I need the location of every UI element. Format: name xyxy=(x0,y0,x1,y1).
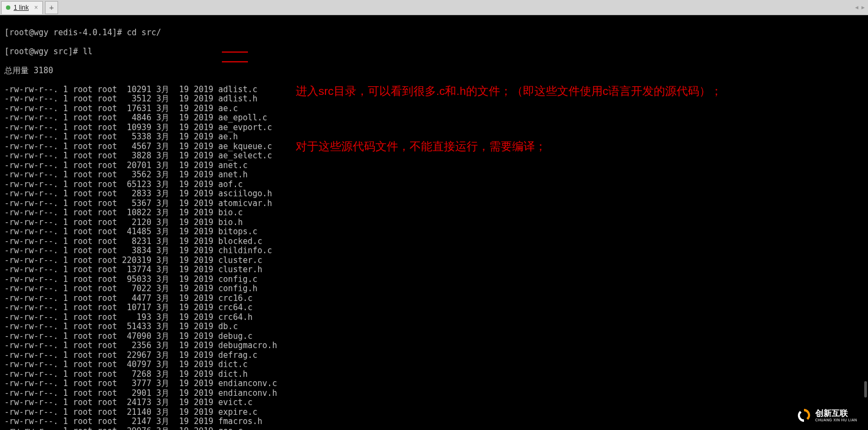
prompt-line: [root@wgy redis-4.0.14]# cd src/ xyxy=(4,28,864,38)
watermark-text: 创新互联 CHUANG XIN HU LIAN xyxy=(815,409,857,422)
list-item: -rw-rw-r--. 1 root root 40797 3月 19 2019… xyxy=(4,360,864,370)
nav-right-icon[interactable]: ► xyxy=(860,4,866,10)
tab-bar: 1 link × + ◄ ► xyxy=(0,0,868,15)
tab-title: 1 link xyxy=(14,4,29,11)
terminal-output[interactable]: [root@wgy redis-4.0.14]# cd src/ [root@w… xyxy=(0,15,868,430)
annotation-line: 对于这些源代码文件，不能直接运行，需要编译； xyxy=(296,137,722,156)
list-item: -rw-rw-r--. 1 root root 5367 3月 19 2019 … xyxy=(4,199,864,209)
list-item: -rw-rw-r--. 1 root root 2356 3月 19 2019 … xyxy=(4,341,864,351)
nav-left-icon[interactable]: ◄ xyxy=(854,4,859,10)
list-item: -rw-rw-r--. 1 root root 2901 3月 19 2019 … xyxy=(4,389,864,399)
list-item: -rw-rw-r--. 1 root root 65123 3月 19 2019… xyxy=(4,180,864,190)
tab-nav: ◄ ► xyxy=(854,4,868,10)
underline-mark xyxy=(222,52,248,53)
list-item: -rw-rw-r--. 1 root root 3834 3月 19 2019 … xyxy=(4,246,864,256)
list-item: -rw-rw-r--. 1 root root 47090 3月 19 2019… xyxy=(4,332,864,342)
list-item: -rw-rw-r--. 1 root root 7268 3月 19 2019 … xyxy=(4,370,864,380)
list-item: -rw-rw-r--. 1 root root 22967 3月 19 2019… xyxy=(4,351,864,361)
close-icon[interactable]: × xyxy=(34,4,38,11)
list-item: -rw-rw-r--. 1 root root 24173 3月 19 2019… xyxy=(4,398,864,408)
list-item: -rw-rw-r--. 1 root root 8231 3月 19 2019 … xyxy=(4,237,864,247)
list-item: -rw-rw-r--. 1 root root 21140 3月 19 2019… xyxy=(4,408,864,418)
add-tab-button[interactable]: + xyxy=(45,1,58,14)
plus-icon: + xyxy=(49,3,54,12)
watermark-en: CHUANG XIN HU LIAN xyxy=(815,418,857,422)
list-item: -rw-rw-r--. 1 root root 2147 3月 19 2019 … xyxy=(4,417,864,427)
list-item: -rw-rw-r--. 1 root root 95033 3月 19 2019… xyxy=(4,275,864,285)
list-item: -rw-rw-r--. 1 root root 4477 3月 19 2019 … xyxy=(4,294,864,304)
logo-icon xyxy=(796,407,812,423)
list-item: -rw-rw-r--. 1 root root 13774 3月 19 2019… xyxy=(4,265,864,275)
list-item: -rw-rw-r--. 1 root root 51433 3月 19 2019… xyxy=(4,322,864,332)
tab-item[interactable]: 1 link × xyxy=(1,1,43,14)
list-item: -rw-rw-r--. 1 root root 10717 3月 19 2019… xyxy=(4,303,864,313)
list-item: -rw-rw-r--. 1 root root 2120 3月 19 2019 … xyxy=(4,218,864,228)
underline-mark xyxy=(222,61,248,62)
list-item: -rw-rw-r--. 1 root root 220319 3月 19 201… xyxy=(4,256,864,266)
list-item: -rw-rw-r--. 1 root root 3777 3月 19 2019 … xyxy=(4,379,864,389)
list-item: -rw-rw-r--. 1 root root 193 3月 19 2019 c… xyxy=(4,313,864,323)
list-item: -rw-rw-r--. 1 root root 7022 3月 19 2019 … xyxy=(4,284,864,294)
list-item: -rw-rw-r--. 1 root root 29976 3月 19 2019… xyxy=(4,427,864,431)
annotation-line: 进入src目录，可以看到很多.c和.h的文件；（即这些文件使用c语言开发的源代码… xyxy=(296,82,722,100)
list-item: -rw-rw-r--. 1 root root 10822 3月 19 2019… xyxy=(4,208,864,218)
list-item: -rw-rw-r--. 1 root root 41485 3月 19 2019… xyxy=(4,227,864,237)
annotation-text: 进入src目录，可以看到很多.c和.h的文件；（即这些文件使用c语言开发的源代码… xyxy=(296,45,722,174)
watermark: 创新互联 CHUANG XIN HU LIAN xyxy=(796,407,857,423)
scrollbar-thumb[interactable] xyxy=(864,381,867,397)
list-item: -rw-rw-r--. 1 root root 2833 3月 19 2019 … xyxy=(4,189,864,199)
tab-status-dot xyxy=(6,5,10,10)
watermark-cn: 创新互联 xyxy=(815,409,857,418)
